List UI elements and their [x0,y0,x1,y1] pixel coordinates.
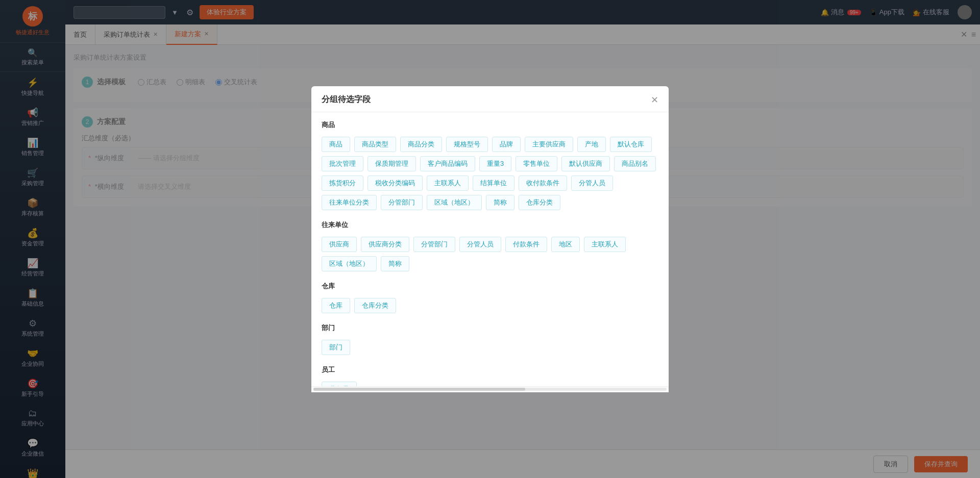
partners-tags: 供应商 供应商分类 分管部门 分管人员 付款条件 地区 主联系人 区域（地区） … [322,237,658,271]
dialog-close-button[interactable]: ✕ [651,94,658,106]
section-warehouse-title: 仓库 [322,282,658,293]
tag-goods-1[interactable]: 商品类型 [354,137,396,152]
dialog-overlay: 分组待选字段 ✕ 商品 商品 商品类型 商品分类 规格型号 品牌 主要供应商 产… [0,0,980,478]
section-department-title: 部门 [322,323,658,335]
tag-goods-2[interactable]: 商品分类 [400,137,442,152]
tag-goods-5[interactable]: 主要供应商 [525,137,573,152]
tag-partner-4[interactable]: 付款条件 [505,237,547,252]
tag-goods-9[interactable]: 保质期管理 [368,156,416,171]
tag-partner-6[interactable]: 主联系人 [584,237,626,252]
dialog-title: 分组待选字段 [322,94,371,105]
section-partners-title: 往来单位 [322,220,658,232]
section-staff: 员工 业务员 [322,365,658,386]
tag-wh-0[interactable]: 仓库 [322,298,350,313]
tag-goods-13[interactable]: 默认供应商 [561,156,610,171]
section-goods-title: 商品 [322,120,658,132]
tag-goods-22[interactable]: 分管部门 [381,195,423,210]
tag-goods-25[interactable]: 仓库分类 [519,195,560,210]
tag-goods-6[interactable]: 产地 [577,137,606,152]
dialog-scrollbar-x[interactable] [311,386,669,392]
tag-partner-1[interactable]: 供应商分类 [361,237,409,252]
tag-goods-10[interactable]: 客户商品编码 [420,156,475,171]
tag-partner-8[interactable]: 简称 [381,256,409,271]
tag-wh-1[interactable]: 仓库分类 [354,298,396,313]
tag-goods-24[interactable]: 简称 [486,195,514,210]
tag-goods-21[interactable]: 往来单位分类 [322,195,377,210]
tag-goods-12[interactable]: 零售单位 [516,156,557,171]
tag-goods-8[interactable]: 批次管理 [322,156,363,171]
dialog-body: 商品 商品 商品类型 商品分类 规格型号 品牌 主要供应商 产地 默认仓库 批次… [311,112,669,386]
tag-partner-7[interactable]: 区域（地区） [322,256,377,271]
scroll-thumb [313,388,525,391]
dialog-header: 分组待选字段 ✕ [311,86,669,112]
field-select-dialog: 分组待选字段 ✕ 商品 商品 商品类型 商品分类 规格型号 品牌 主要供应商 产… [311,86,669,392]
tag-goods-0[interactable]: 商品 [322,137,350,152]
warehouse-tags: 仓库 仓库分类 [322,298,658,313]
tag-dept-0[interactable]: 部门 [322,340,350,355]
goods-tags: 商品 商品类型 商品分类 规格型号 品牌 主要供应商 产地 默认仓库 批次管理 … [322,137,658,210]
tag-goods-7[interactable]: 默认仓库 [610,137,652,152]
section-department: 部门 部门 [322,323,658,355]
tag-partner-3[interactable]: 分管人员 [459,237,501,252]
tag-goods-15[interactable]: 拣货积分 [322,175,363,191]
tag-goods-17[interactable]: 主联系人 [427,175,469,191]
section-partners: 往来单位 供应商 供应商分类 分管部门 分管人员 付款条件 地区 主联系人 区域… [322,220,658,271]
tag-goods-14[interactable]: 商品别名 [614,156,656,171]
tag-goods-4[interactable]: 品牌 [492,137,521,152]
tag-goods-23[interactable]: 区域（地区） [427,195,482,210]
section-staff-title: 员工 [322,365,658,376]
tag-goods-20[interactable]: 分管人员 [571,175,613,191]
section-goods: 商品 商品 商品类型 商品分类 规格型号 品牌 主要供应商 产地 默认仓库 批次… [322,120,658,210]
tag-partner-0[interactable]: 供应商 [322,237,357,252]
tag-goods-18[interactable]: 结算单位 [473,175,514,191]
scroll-track [313,388,667,391]
tag-goods-19[interactable]: 收付款条件 [519,175,567,191]
tag-partner-5[interactable]: 地区 [551,237,580,252]
tag-staff-0[interactable]: 业务员 [322,382,357,386]
tag-goods-3[interactable]: 规格型号 [446,137,488,152]
department-tags: 部门 [322,340,658,355]
staff-tags: 业务员 [322,382,658,386]
tag-partner-2[interactable]: 分管部门 [413,237,455,252]
section-warehouse: 仓库 仓库 仓库分类 [322,282,658,313]
tag-goods-16[interactable]: 税收分类编码 [368,175,423,191]
tag-goods-11[interactable]: 重量3 [479,156,511,171]
